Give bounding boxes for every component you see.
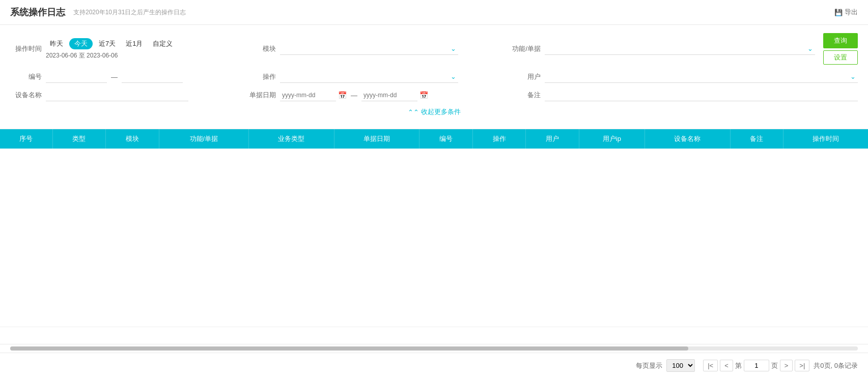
scrollbar-area[interactable] xyxy=(0,344,868,353)
export-label: 导出 xyxy=(845,8,858,17)
remark-input[interactable] xyxy=(545,89,858,101)
number-input-start[interactable] xyxy=(46,71,107,83)
number-input-end[interactable] xyxy=(122,71,183,83)
page-title: 系统操作日志 xyxy=(10,6,65,18)
page-number-input[interactable] xyxy=(744,360,769,371)
collapse-label: 收起更多条件 xyxy=(421,107,461,117)
last-page-button[interactable]: >| xyxy=(795,360,809,371)
user-dropdown-icon: ⌄ xyxy=(850,73,858,80)
number-separator: — xyxy=(107,73,122,81)
module-filter-label: 模块 xyxy=(244,44,280,53)
settings-button[interactable]: 设置 xyxy=(823,50,858,65)
page-unit: 页 xyxy=(771,361,778,370)
pagination-bar: 每页显示 100 |< < 第 页 > >| 共0页, 0条记录 xyxy=(0,353,868,378)
operation-filter-label: 操作 xyxy=(244,72,280,81)
calendar-start-icon[interactable]: 📅 xyxy=(338,91,347,99)
doc-date-end-input[interactable] xyxy=(361,90,417,101)
next-page-button[interactable]: > xyxy=(780,360,793,371)
device-input[interactable] xyxy=(46,89,188,101)
module-dropdown-icon: ⌄ xyxy=(451,45,458,52)
time-filter-label: 操作时间 xyxy=(10,44,46,53)
user-filter-label: 用户 xyxy=(509,72,545,81)
col-function: 功能/单据 xyxy=(159,129,248,149)
per-page-label: 每页显示 xyxy=(636,361,662,370)
page-size-select[interactable]: 100 xyxy=(666,359,695,372)
col-op-time: 操作时间 xyxy=(783,129,868,149)
col-operation: 操作 xyxy=(472,129,525,149)
calendar-end-icon[interactable]: 📅 xyxy=(419,91,428,99)
time-btn-1month[interactable]: 近1月 xyxy=(122,38,147,49)
data-table: 序号 类型 模块 功能/单据 业务类型 单据日期 编号 操作 用户 用户ip 设… xyxy=(0,129,868,327)
col-index: 序号 xyxy=(0,129,52,149)
empty-data-area xyxy=(0,149,868,327)
col-biz-type: 业务类型 xyxy=(249,129,334,149)
collapse-icon: ⌃⌃ xyxy=(408,108,419,116)
doc-date-end-group: 📅 xyxy=(361,90,428,101)
prev-page-button[interactable]: < xyxy=(720,360,733,371)
user-select[interactable]: ⌄ xyxy=(545,71,858,83)
time-options: 昨天 今天 近7天 近1月 自定义 2023-06-06 至 2023-06-0… xyxy=(46,38,177,60)
doc-date-start-group: 📅 xyxy=(280,90,347,101)
page-total: 共0页, 0条记录 xyxy=(814,361,858,370)
col-module: 模块 xyxy=(106,129,159,149)
table-header-row: 序号 类型 模块 功能/单据 业务类型 单据日期 编号 操作 用户 用户ip 设… xyxy=(0,129,868,149)
time-btn-yesterday[interactable]: 昨天 xyxy=(46,38,67,49)
col-remark: 备注 xyxy=(730,129,783,149)
filter-area: 操作时间 昨天 今天 近7天 近1月 自定义 2023-06-06 至 2023… xyxy=(0,25,868,129)
first-page-button[interactable]: |< xyxy=(703,360,718,371)
time-range-text: 2023-06-06 至 2023-06-06 xyxy=(46,51,177,60)
col-user-ip: 用户ip xyxy=(579,129,645,149)
number-filter-label: 编号 xyxy=(10,72,46,81)
function-select[interactable]: ⌄ xyxy=(545,43,815,55)
time-btn-custom[interactable]: 自定义 xyxy=(149,38,177,49)
time-btn-today[interactable]: 今天 xyxy=(69,38,93,49)
operation-select[interactable]: ⌄ xyxy=(280,71,458,83)
doc-date-separator: — xyxy=(347,92,361,99)
col-doc-date: 单据日期 xyxy=(334,129,419,149)
col-device: 设备名称 xyxy=(645,129,730,149)
time-btn-7days[interactable]: 近7天 xyxy=(95,38,120,49)
function-dropdown-icon: ⌄ xyxy=(807,45,815,52)
collapse-button[interactable]: ⌃⌃ 收起更多条件 xyxy=(408,107,461,117)
module-select[interactable]: ⌄ xyxy=(280,43,458,55)
device-filter-label: 设备名称 xyxy=(10,91,46,100)
col-type: 类型 xyxy=(52,129,105,149)
pagination-nav: |< < 第 页 > >| xyxy=(703,360,809,371)
doc-date-filter-label: 单据日期 xyxy=(244,91,280,100)
col-number: 编号 xyxy=(419,129,472,149)
doc-date-start-input[interactable] xyxy=(280,90,336,101)
page-subtitle: 支持2020年10月31日之后产生的操作日志 xyxy=(73,8,186,17)
scrollbar-thumb xyxy=(10,346,688,351)
function-filter-label: 功能/单据 xyxy=(509,44,545,53)
col-user: 用户 xyxy=(526,129,579,149)
page-label: 第 xyxy=(735,361,742,370)
table-container: 序号 类型 模块 功能/单据 业务类型 单据日期 编号 操作 用户 用户ip 设… xyxy=(0,129,868,344)
remark-filter-label: 备注 xyxy=(509,91,545,100)
scrollbar-track xyxy=(10,346,858,351)
operation-dropdown-icon: ⌄ xyxy=(451,73,458,80)
collapse-bar: ⌃⌃ 收起更多条件 xyxy=(10,105,858,121)
export-button[interactable]: 💾 导出 xyxy=(834,8,858,17)
query-button[interactable]: 查询 xyxy=(823,33,858,48)
export-icon: 💾 xyxy=(834,9,843,16)
